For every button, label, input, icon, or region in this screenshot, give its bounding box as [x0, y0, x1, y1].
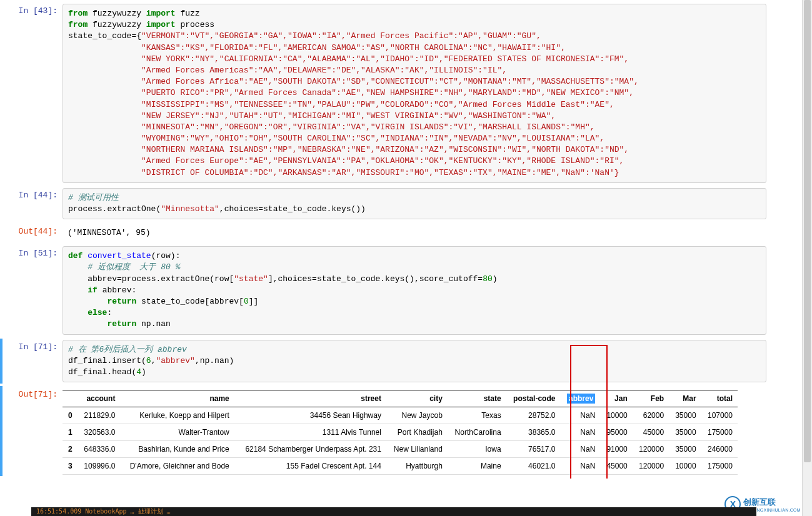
table-cell: 175000	[701, 458, 738, 475]
table-cell: Kerluke, Koepp and Hilpert	[120, 407, 234, 424]
table-cell: 91000	[600, 441, 632, 458]
table-cell: Port Khadijah	[386, 424, 448, 441]
table-cell: 120000	[633, 458, 669, 475]
prompt-out-71: Out[71]:	[4, 387, 63, 475]
th-account: account	[78, 390, 121, 407]
table-row: 2648336.0Bashirian, Kunde and Price62184…	[63, 441, 738, 458]
table-cell: 1311 Alvis Tunnel	[234, 424, 386, 441]
dataframe-table: account name street city state postal-co…	[63, 390, 738, 475]
dict-line: "WYOMING":"WY","OHIO":"OH","SOUTH CAROLI…	[141, 134, 604, 143]
table-cell: 120000	[633, 441, 669, 458]
prompt-in-51: In [51]:	[4, 246, 63, 334]
table-cell: 107000	[701, 407, 738, 424]
th-state: state	[448, 390, 506, 407]
prompt-in-44: In [44]:	[4, 188, 63, 219]
table-cell: NaN	[560, 458, 600, 475]
dict-line: "NEW YORK":"NY","CALIFORNIA":"CA","ALABA…	[141, 54, 629, 64]
th-abbrev: abbrev	[560, 390, 600, 407]
table-cell: 211829.0	[78, 407, 121, 424]
dict-line: "PUERTO RICO":"PR","Armed Forces Canada"…	[141, 88, 634, 97]
th-postal-code: postal-code	[506, 390, 561, 407]
kw: from	[68, 9, 88, 18]
table-cell: 648336.0	[78, 441, 121, 458]
prompt-out-44: Out[44]:	[4, 224, 63, 241]
table-header-row: account name street city state postal-co…	[63, 390, 738, 407]
code-input-51[interactable]: def convert_state(row): # 近似程度 大于 80 % a…	[63, 246, 766, 334]
cell-43: In [43]: from fuzzywuzzy import fuzz fro…	[0, 2, 770, 184]
table-cell: 175000	[701, 424, 738, 441]
dict-line: "MINNESOTA":"MN","OREGON":"OR","VIRGINIA…	[141, 122, 595, 132]
code-input-43[interactable]: from fuzzywuzzy import fuzz from fuzzywu…	[63, 4, 766, 183]
table-cell: 10000	[669, 458, 701, 475]
table-cell: 10000	[600, 407, 632, 424]
table-cell: NorthCarolina	[448, 424, 506, 441]
table-cell: New Lilianland	[386, 441, 448, 458]
table-cell: Hyattburgh	[386, 458, 448, 475]
table-row: 0211829.0Kerluke, Koepp and Hilpert34456…	[63, 407, 738, 424]
notebook: In [43]: from fuzzywuzzy import fuzz fro…	[0, 0, 770, 476]
table-cell: NaN	[560, 441, 600, 458]
cell-44: In [44]: # 测试可用性 process.extractOne("Min…	[0, 187, 770, 221]
table-cell: NaN	[560, 407, 600, 424]
th-feb: Feb	[633, 390, 669, 407]
table-cell: 155 Fadel Crescent Apt. 144	[234, 458, 386, 475]
th-street: street	[234, 390, 386, 407]
prompt-in-43: In [43]:	[4, 4, 63, 183]
table-cell: 62000	[633, 407, 669, 424]
table-cell: 38365.0	[506, 424, 561, 441]
dict-line: "NEW JERSEY":"NJ","UTAH":"UT","MICHIGAN"…	[141, 111, 556, 121]
table-cell: 35000	[669, 441, 701, 458]
table-row: 1320563.0Walter-Trantow1311 Alvis Tunnel…	[63, 424, 738, 441]
cell-71-out: Out[71]: account name street city state …	[0, 386, 770, 476]
table-cell: 45000	[600, 458, 632, 475]
table-cell: NaN	[560, 424, 600, 441]
vertical-scrollbar[interactable]	[802, 0, 812, 479]
table-cell: 45000	[633, 424, 669, 441]
table-cell: 35000	[669, 407, 701, 424]
dict-line: "NORTHERN MARIANA ISLANDS":"MP","NEBRASK…	[141, 145, 629, 154]
table-cell: 46021.0	[506, 458, 561, 475]
th-name: name	[120, 390, 234, 407]
table-cell: 246000	[701, 441, 738, 458]
dict-line: "Armed Forces Africa":"AE","SOUTH DAKOTA…	[141, 77, 639, 86]
th-index	[63, 390, 78, 407]
table-cell: Walter-Trantow	[120, 424, 234, 441]
dict-line: "Armed Forces Europe":"AE","PENNSYLVANIA…	[141, 156, 624, 166]
table-cell: 2	[63, 441, 78, 458]
cell-44-out: Out[44]: ('MINNESOTA', 95)	[0, 223, 770, 242]
dict-line: "MISSISSIPPI":"MS","TENNESSEE":"TN","PAL…	[141, 100, 614, 109]
th-total: total	[701, 390, 738, 407]
table-cell: New Jaycob	[386, 407, 448, 424]
code-input-44[interactable]: # 测试可用性 process.extractOne("Minnesotta",…	[63, 188, 766, 219]
dict-line: "VERMONT":"VT","GEORGIA":"GA","IOWA":"IA…	[141, 31, 541, 41]
table-cell: Iowa	[448, 441, 506, 458]
th-city: city	[386, 390, 448, 407]
dict-line: "KANSAS":"KS","FLORIDA":"FL","AMERICAN S…	[141, 43, 566, 52]
table-cell: 35000	[669, 424, 701, 441]
th-jan: Jan	[600, 390, 632, 407]
output-71: account name street city state postal-co…	[63, 390, 766, 475]
table-cell: 1	[63, 424, 78, 441]
table-cell: 109996.0	[78, 458, 121, 475]
dict-line: "Armed Forces Americas":"AA","DELAWARE":…	[141, 66, 507, 75]
code-input-71[interactable]: # 在 第6列后插入一列 abbrev df_final.insert(6,"a…	[63, 340, 766, 383]
prompt-in-71: In [71]:	[4, 340, 63, 383]
scrollbar-thumb[interactable]	[804, 0, 811, 462]
table-cell: Maine	[448, 458, 506, 475]
table-cell: 62184 Schamberger Underpass Apt. 231	[234, 441, 386, 458]
table-cell: 0	[63, 407, 78, 424]
cell-71: In [71]: # 在 第6列后插入一列 abbrev df_final.in…	[0, 339, 770, 384]
table-row: 3109996.0D'Amore, Gleichner and Bode155 …	[63, 458, 738, 475]
table-cell: 34456 Sean Highway	[234, 407, 386, 424]
table-cell: 76517.0	[506, 441, 561, 458]
dict-line: "DISTRICT OF COLUMBIA":"DC","ARKANSAS":"…	[141, 168, 619, 177]
cell-51: In [51]: def convert_state(row): # 近似程度 …	[0, 245, 770, 335]
output-44: ('MINNESOTA', 95)	[63, 224, 766, 241]
th-mar: Mar	[669, 390, 701, 407]
table-cell: Texas	[448, 407, 506, 424]
table-cell: D'Amore, Gleichner and Bode	[120, 458, 234, 475]
table-cell: 320563.0	[78, 424, 121, 441]
table-cell: Bashirian, Kunde and Price	[120, 441, 234, 458]
table-cell: 95000	[600, 424, 632, 441]
table-cell: 28752.0	[506, 407, 561, 424]
